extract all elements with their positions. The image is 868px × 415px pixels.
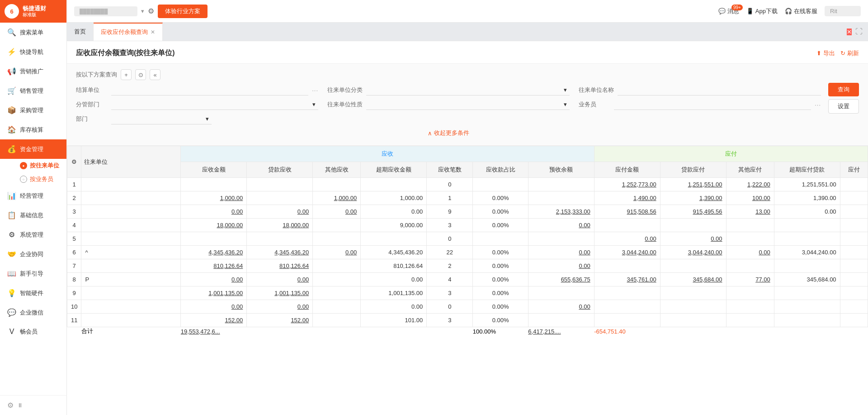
loan-receivable-cell[interactable]: 0.00 <box>247 273 313 286</box>
partner-nature-select[interactable]: ▾ <box>366 99 570 110</box>
other-receivable-cell[interactable]: 0.00 <box>313 205 361 219</box>
other-receivable-cell[interactable] <box>313 178 361 191</box>
other-receivable-cell[interactable] <box>313 219 361 232</box>
loan-receivable-cell[interactable]: 18,000.00 <box>247 219 313 232</box>
receivable-amount-cell[interactable]: 1,001,135.00 <box>181 286 247 300</box>
receivable-amount-cell[interactable]: 0.00 <box>181 273 247 286</box>
table-settings-header[interactable]: ⚙ <box>67 146 81 178</box>
user-avatar[interactable]: Rit <box>825 6 861 16</box>
other-receivable-cell[interactable] <box>313 300 361 314</box>
other-receivable-cell[interactable] <box>313 232 361 246</box>
loan-payable-cell[interactable]: 345,684.00 <box>660 273 726 286</box>
receivable-amount-cell[interactable]: 0.00 <box>181 300 247 314</box>
payable-amount-cell[interactable] <box>594 286 660 300</box>
loan-receivable-cell[interactable] <box>247 178 313 191</box>
dept-select[interactable]: ▾ <box>111 99 318 110</box>
receivable-amount-cell[interactable]: 1,000.00 <box>181 191 247 205</box>
pause-icon[interactable]: ⏸ <box>17 402 23 409</box>
other-payable-cell[interactable] <box>726 314 774 327</box>
online-service-button[interactable]: 🎧 在线客服 <box>785 7 817 15</box>
sidebar-item-sales[interactable]: 🛒 销售管理 <box>0 81 66 100</box>
other-receivable-cell[interactable] <box>313 259 361 273</box>
solution-button[interactable]: 体验行业方案 <box>158 5 208 18</box>
payable-amount-cell[interactable]: 915,508.56 <box>594 205 660 219</box>
other-receivable-cell[interactable]: 0.00 <box>313 246 361 259</box>
topbar-gear-icon[interactable]: ⚙ <box>148 7 154 15</box>
loan-receivable-cell[interactable]: 152.00 <box>247 314 313 327</box>
sidebar-item-hardware[interactable]: 💡 智能硬件 <box>0 283 66 303</box>
other-payable-cell[interactable]: 77.00 <box>726 273 774 286</box>
other-payable-cell[interactable]: 0.00 <box>726 246 774 259</box>
advance-balance-cell[interactable]: 0.00 <box>528 219 594 232</box>
collapse-button[interactable]: ∧ 收起更多条件 <box>76 126 821 140</box>
sidebar-item-marketing[interactable]: 📢 营销推广 <box>0 62 66 81</box>
sidebar-item-member[interactable]: V 畅会员 <box>0 322 66 341</box>
other-payable-cell[interactable]: 1,222.00 <box>726 178 774 191</box>
receivable-amount-cell[interactable]: 0.00 <box>181 205 247 219</box>
filter-settings-icon[interactable]: ⊙ <box>135 69 146 80</box>
sidebar-item-collab[interactable]: 🤝 企业协同 <box>0 244 66 264</box>
win-close-icon[interactable]: ✕ <box>847 29 852 35</box>
loan-payable-cell[interactable] <box>660 300 726 314</box>
tab-query[interactable]: 应收应付余额查询 ✕ <box>94 23 163 41</box>
receivable-amount-cell[interactable]: 18,000.00 <box>181 219 247 232</box>
loan-payable-cell[interactable] <box>660 286 726 300</box>
other-payable-cell[interactable] <box>726 300 774 314</box>
other-payable-cell[interactable] <box>726 219 774 232</box>
topbar-dropdown-icon[interactable]: ▾ <box>141 8 144 14</box>
advance-balance-cell[interactable]: 2,153,333.00 <box>528 205 594 219</box>
payable-amount-cell[interactable] <box>594 219 660 232</box>
other-receivable-cell[interactable] <box>313 314 361 327</box>
loan-payable-cell[interactable] <box>660 259 726 273</box>
payable-amount-cell[interactable] <box>594 300 660 314</box>
loan-payable-cell[interactable] <box>660 219 726 232</box>
other-payable-cell[interactable] <box>726 259 774 273</box>
sidebar-item-purchase[interactable]: 📦 采购管理 <box>0 100 66 120</box>
payable-amount-cell[interactable] <box>594 314 660 327</box>
sidebar-sub-salesman[interactable]: ○ 按业务员 <box>0 172 66 186</box>
receivable-amount-cell[interactable]: 152.00 <box>181 314 247 327</box>
other-payable-cell[interactable] <box>726 232 774 246</box>
sidebar-sub-partner[interactable]: ● 按往来单位 <box>0 159 66 172</box>
loan-receivable-cell[interactable]: 0.00 <box>247 300 313 314</box>
payable-amount-cell[interactable]: 1,252,773.00 <box>594 178 660 191</box>
advance-balance-cell[interactable] <box>528 314 594 327</box>
query-button[interactable]: 查询 <box>828 83 859 96</box>
tab-home[interactable]: 首页 <box>67 23 94 41</box>
partner-name-input[interactable] <box>618 85 821 95</box>
salesman-dots[interactable]: ··· <box>815 101 821 108</box>
department-select[interactable]: ▾ <box>111 114 212 124</box>
advance-balance-cell[interactable] <box>528 232 594 246</box>
loan-payable-cell[interactable]: 1,251,551.00 <box>660 178 726 191</box>
fullscreen-icon[interactable]: ⛶ <box>855 28 863 36</box>
advance-balance-cell[interactable]: 655,636.75 <box>528 273 594 286</box>
receivable-amount-cell[interactable]: 4,345,436.20 <box>181 246 247 259</box>
payable-amount-cell[interactable]: 0.00 <box>594 232 660 246</box>
loan-payable-cell[interactable]: 0.00 <box>660 232 726 246</box>
loan-receivable-cell[interactable]: 4,345,436.20 <box>247 246 313 259</box>
loan-receivable-cell[interactable] <box>247 232 313 246</box>
other-receivable-cell[interactable] <box>313 273 361 286</box>
settlement-dots[interactable]: ··· <box>312 87 318 94</box>
payable-amount-cell[interactable]: 3,044,240.00 <box>594 246 660 259</box>
sidebar-item-inventory[interactable]: 🏠 库存核算 <box>0 120 66 139</box>
footer-advance-balance[interactable]: 6,417,215.... <box>528 327 594 336</box>
payable-amount-cell[interactable]: 1,490.00 <box>594 191 660 205</box>
advance-balance-cell[interactable]: 0.00 <box>528 300 594 314</box>
partner-category-select[interactable]: ▾ <box>366 85 570 95</box>
receivable-amount-cell[interactable] <box>181 232 247 246</box>
setting-button[interactable]: 设置 <box>828 99 859 114</box>
advance-balance-cell[interactable]: 0.00 <box>528 246 594 259</box>
sidebar-item-basic[interactable]: 📋 基础信息 <box>0 205 66 225</box>
refresh-button[interactable]: ↻ 刷新 <box>840 49 859 57</box>
export-button[interactable]: ⬆ 导出 <box>816 49 835 57</box>
sidebar-item-operations[interactable]: 📊 经营管理 <box>0 186 66 205</box>
loan-payable-cell[interactable]: 915,495.56 <box>660 205 726 219</box>
advance-balance-cell[interactable]: 0.00 <box>528 259 594 273</box>
receivable-amount-cell[interactable] <box>181 178 247 191</box>
sidebar-item-wechat[interactable]: 💬 企业微信 <box>0 303 66 322</box>
advance-balance-cell[interactable] <box>528 191 594 205</box>
add-filter-icon[interactable]: + <box>121 69 132 80</box>
loan-payable-cell[interactable]: 3,044,240.00 <box>660 246 726 259</box>
payable-amount-cell[interactable] <box>594 259 660 273</box>
